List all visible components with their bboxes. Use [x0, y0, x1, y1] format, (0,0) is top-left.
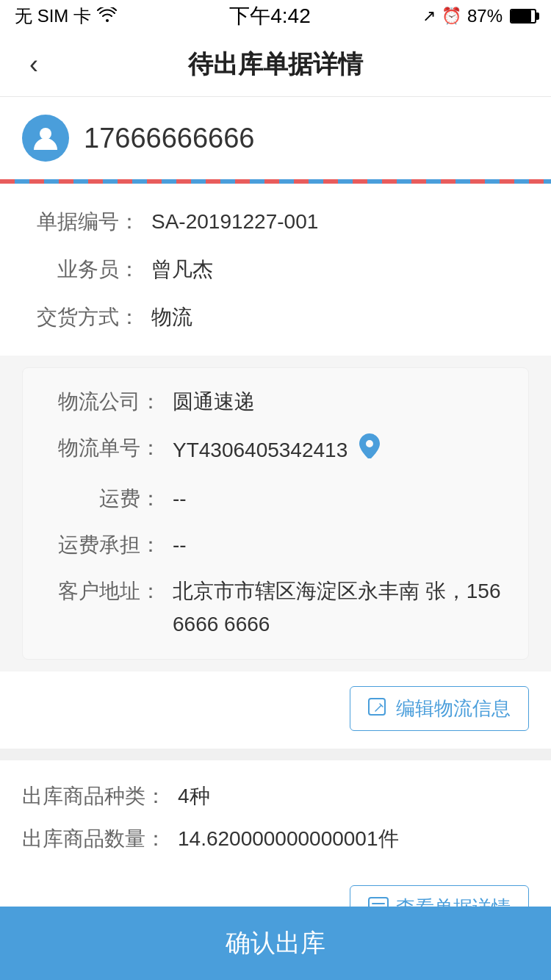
- salesperson-value: 曾凡杰: [140, 253, 529, 287]
- back-button[interactable]: ‹: [22, 42, 46, 87]
- section-separator: [0, 749, 551, 760]
- status-bar: 无 SIM 卡 下午4:42 ↗ ⏰ 87%: [0, 0, 551, 32]
- salesperson-label: 业务员：: [22, 253, 140, 287]
- goods-quantity-row: 出库商品数量： 14.620000000000001件: [22, 825, 529, 853]
- edit-logistics-section: 编辑物流信息: [0, 671, 551, 749]
- svg-point-0: [40, 128, 51, 140]
- freight-payer-row: 运费承担： --: [43, 529, 508, 562]
- location-icon: [359, 432, 380, 469]
- address-label: 客户地址：: [43, 575, 161, 608]
- status-time: 下午4:42: [229, 2, 311, 30]
- user-phone: 17666666666: [84, 123, 254, 154]
- confirm-button[interactable]: 确认出库: [0, 907, 551, 980]
- doc-number-value: SA-20191227-001: [140, 206, 529, 239]
- battery-icon: [510, 9, 536, 24]
- doc-number-row: 单据编号： SA-20191227-001: [22, 206, 529, 239]
- goods-category-label: 出库商品种类：: [22, 782, 166, 810]
- order-info-section: 单据编号： SA-20191227-001 业务员： 曾凡杰 交货方式： 物流: [0, 184, 551, 356]
- delivery-value: 物流: [140, 301, 529, 334]
- status-right: ↗ ⏰ 87%: [422, 6, 536, 26]
- delivery-row: 交货方式： 物流: [22, 301, 529, 334]
- address-value: 北京市市辖区海淀区永丰南 张，156 6666 6666: [161, 575, 508, 641]
- goods-category-value: 4种: [166, 782, 529, 810]
- page-title: 待出库单据详情: [188, 48, 363, 82]
- bottom-bar: 确认出库: [0, 907, 551, 980]
- doc-number-label: 单据编号：: [22, 206, 140, 239]
- goods-category-row: 出库商品种类： 4种: [22, 782, 529, 810]
- user-header: 17666666666: [0, 97, 551, 179]
- location-status-icon: ↗: [422, 7, 436, 26]
- goods-section: 出库商品种类： 4种 出库商品数量： 14.620000000000001件: [0, 760, 551, 871]
- goods-quantity-value: 14.620000000000001件: [166, 825, 529, 853]
- logistics-company-value: 圆通速递: [161, 386, 508, 419]
- freight-payer-value: --: [161, 529, 508, 562]
- wifi-icon: [97, 6, 118, 26]
- delivery-label: 交货方式：: [22, 301, 140, 334]
- status-left: 无 SIM 卡: [15, 4, 118, 28]
- goods-quantity-label: 出库商品数量：: [22, 825, 166, 853]
- tracking-number: YT4306405342413: [173, 434, 347, 467]
- edit-logistics-label: 编辑物流信息: [396, 696, 511, 721]
- tracking-row: 物流单号： YT4306405342413: [43, 432, 508, 469]
- nav-bar: ‹ 待出库单据详情: [0, 32, 551, 97]
- tracking-value: YT4306405342413: [161, 432, 508, 469]
- carrier-text: 无 SIM 卡: [15, 4, 91, 28]
- content: 17666666666 单据编号： SA-20191227-001 业务员： 曾…: [0, 97, 551, 980]
- freight-value: --: [161, 483, 508, 516]
- address-row: 客户地址： 北京市市辖区海淀区永丰南 张，156 6666 6666: [43, 575, 508, 641]
- avatar: [22, 115, 69, 162]
- alarm-icon: ⏰: [442, 7, 461, 26]
- battery-text: 87%: [467, 6, 503, 26]
- freight-label: 运费：: [43, 483, 161, 516]
- edit-logistics-button[interactable]: 编辑物流信息: [350, 686, 529, 731]
- logistics-card: 物流公司： 圆通速递 物流单号： YT4306405342413 运费： --: [22, 367, 529, 659]
- freight-payer-label: 运费承担：: [43, 529, 161, 562]
- logistics-company-row: 物流公司： 圆通速递: [43, 386, 508, 419]
- freight-row: 运费： --: [43, 483, 508, 516]
- tracking-label: 物流单号：: [43, 432, 161, 465]
- salesperson-row: 业务员： 曾凡杰: [22, 253, 529, 287]
- logistics-company-label: 物流公司：: [43, 386, 161, 419]
